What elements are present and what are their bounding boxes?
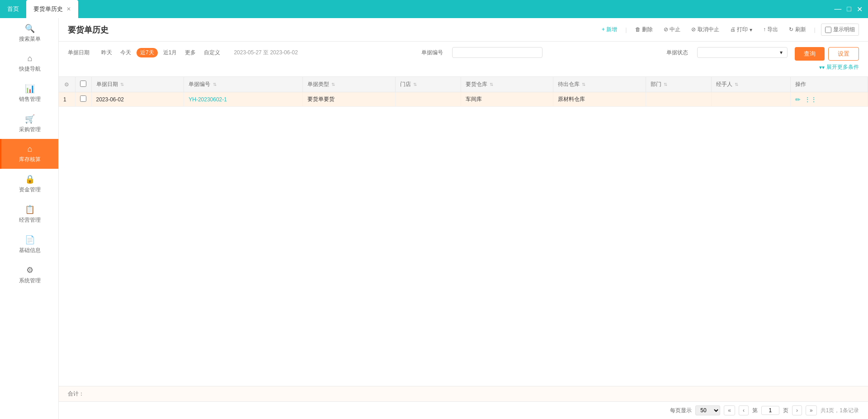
tab-home[interactable]: 首页 [0, 0, 26, 18]
sidebar-item-system-label: 系统管理 [19, 277, 41, 285]
search-icon: 🔍 [25, 24, 35, 33]
sidebar-item-purchase-label: 采购管理 [19, 126, 41, 133]
print-dropdown-icon[interactable]: ▾ [750, 27, 752, 33]
page-title: 要货单历史 [68, 24, 599, 35]
minimize-icon[interactable]: — [834, 5, 841, 13]
sidebar-item-operations[interactable]: 📋 经营管理 [0, 199, 58, 229]
sidebar-item-basic-info[interactable]: 📄 基础信息 [0, 229, 58, 260]
sort-order-type-icon[interactable]: ⇅ [331, 82, 335, 87]
col-handler: 经手人 ⇅ [711, 77, 790, 92]
first-page-button[interactable]: « [724, 405, 735, 415]
data-table: ⚙ 单据日期 ⇅ 单据编号 ⇅ [59, 77, 868, 107]
add-button[interactable]: + 新增 [599, 24, 620, 35]
content-area: 要货单历史 + 新增 | 🗑 删除 ⊘ 中止 ⊘ 取消中止 🖨 打印 ▾ ↑ 导… [59, 18, 868, 419]
last-page-button[interactable]: » [806, 405, 817, 415]
sidebar: 🔍 搜索菜单 ⌂ 快捷导航 📊 销售管理 🛒 采购管理 ⌂ 库存核算 🔒 资金管… [0, 18, 59, 419]
sort-handler-icon[interactable]: ⇅ [735, 82, 738, 87]
page-unit-label: 页 [783, 407, 788, 414]
expand-button[interactable]: ▾▾ 展开更多条件 [819, 63, 859, 71]
system-icon: ⚙ [26, 265, 33, 275]
basic-info-icon: 📄 [25, 235, 35, 245]
close-window-icon[interactable]: ✕ [857, 5, 863, 14]
filter-row-date: 单据日期 昨天 今天 近7天 近1月 更多 自定义 2023-05-27 至 2… [68, 47, 788, 58]
sidebar-item-search[interactable]: 🔍 搜索菜单 [0, 18, 58, 48]
shortcut-custom[interactable]: 自定义 [201, 48, 223, 57]
sort-date-icon[interactable]: ⇅ [120, 82, 124, 87]
sidebar-item-nav[interactable]: ⌂ 快捷导航 [0, 48, 58, 78]
filter-section: 单据日期 昨天 今天 近7天 近1月 更多 自定义 2023-05-27 至 2… [68, 47, 859, 62]
shortcut-1month[interactable]: 近1月 [160, 48, 180, 57]
maximize-icon[interactable]: □ [847, 5, 851, 13]
row-date: 2023-06-02 [91, 92, 184, 107]
col-date: 单据日期 ⇅ [91, 77, 184, 92]
delete-button[interactable]: 🗑 删除 [632, 24, 656, 35]
sidebar-item-sales[interactable]: 📊 销售管理 [0, 78, 58, 109]
status-select[interactable]: ▾ [697, 47, 788, 58]
current-page-label: 第 [752, 407, 758, 414]
window-controls: — □ ✕ [834, 5, 868, 14]
row-order-no: YH-20230602-1 [184, 92, 303, 107]
sidebar-item-system[interactable]: ⚙ 系统管理 [0, 260, 58, 290]
cancel-stop-button[interactable]: ⊘ 取消中止 [689, 24, 722, 35]
order-no-link[interactable]: YH-20230602-1 [189, 96, 227, 103]
print-button[interactable]: 🖨 打印 ▾ [727, 24, 755, 35]
status-select-arrow: ▾ [780, 49, 783, 56]
sidebar-item-nav-label: 快捷导航 [19, 65, 41, 73]
row-checkbox[interactable] [80, 95, 86, 102]
tab-order-history[interactable]: 要货单历史 ✕ [26, 0, 78, 18]
sort-department-icon[interactable]: ⇅ [664, 82, 667, 87]
sidebar-item-sales-label: 销售管理 [19, 95, 41, 103]
display-detail-checkbox[interactable] [825, 27, 831, 33]
prev-page-button[interactable]: ‹ [739, 405, 749, 415]
row-actions: ✏ ⋮⋮ [790, 92, 868, 107]
sort-store-icon[interactable]: ⇅ [413, 82, 417, 87]
setting-button[interactable]: 设置 [828, 47, 859, 61]
refresh-button[interactable]: ↻ 刷新 [786, 24, 808, 35]
tab-close-icon[interactable]: ✕ [66, 6, 71, 12]
sidebar-item-operations-label: 经营管理 [19, 216, 41, 224]
display-detail-button[interactable]: 显示明细 [821, 24, 859, 36]
row-out-warehouse: 原材料仓库 [553, 92, 646, 107]
table-footer: 合计： [59, 386, 868, 401]
col-checkbox [75, 77, 91, 92]
col-department: 部门 ⇅ [646, 77, 711, 92]
shortcut-today[interactable]: 今天 [118, 48, 134, 57]
table-header-row: ⚙ 单据日期 ⇅ 单据编号 ⇅ [59, 77, 868, 92]
more-icon[interactable]: ⋮⋮ [804, 96, 817, 103]
sort-req-warehouse-icon[interactable]: ⇅ [490, 82, 493, 87]
next-page-button[interactable]: › [792, 405, 802, 415]
pagination: 每页显示 20 50 100 200 « ‹ 第 页 › » 共1页，1条记录 [59, 401, 868, 419]
sidebar-item-purchase[interactable]: 🛒 采购管理 [0, 109, 58, 139]
edit-icon[interactable]: ✏ [795, 96, 801, 103]
display-detail-label: 显示明细 [833, 26, 855, 33]
col-order-no: 单据编号 ⇅ [184, 77, 303, 92]
sort-order-no-icon[interactable]: ⇅ [213, 82, 217, 87]
table-area: ⚙ 单据日期 ⇅ 单据编号 ⇅ [59, 77, 868, 386]
shortcut-7days[interactable]: 近7天 [137, 48, 158, 57]
col-store: 门店 ⇅ [395, 77, 461, 92]
row-department [646, 92, 711, 107]
table-row: 1 2023-06-02 YH-20230602-1 要货单要货 车间库 原材料… [59, 92, 868, 107]
sidebar-item-finance[interactable]: 🔒 资金管理 [0, 169, 58, 199]
tab-home-label: 首页 [7, 5, 19, 13]
col-settings: ⚙ [59, 77, 75, 92]
stop-button[interactable]: ⊘ 中止 [661, 24, 683, 35]
row-checkbox-cell [75, 92, 91, 107]
tab-order-history-label: 要货单历史 [33, 5, 63, 13]
export-button[interactable]: ↑ 导出 [760, 24, 781, 35]
shortcut-more[interactable]: 更多 [182, 48, 198, 57]
shortcut-yesterday[interactable]: 昨天 [99, 48, 115, 57]
date-filter-label: 单据日期 [68, 49, 90, 57]
query-button[interactable]: 查询 [795, 47, 825, 61]
select-all-checkbox[interactable] [80, 81, 86, 87]
column-settings-icon[interactable]: ⚙ [64, 81, 69, 88]
filter-area: 单据日期 昨天 今天 近7天 近1月 更多 自定义 2023-05-27 至 2… [59, 42, 868, 77]
col-req-warehouse: 要货仓库 ⇅ [461, 77, 553, 92]
page-number-input[interactable] [761, 406, 779, 415]
order-no-input[interactable] [452, 47, 542, 58]
sidebar-item-inventory[interactable]: ⌂ 库存核算 [0, 139, 58, 169]
sort-out-warehouse-icon[interactable]: ⇅ [582, 82, 585, 87]
per-page-select[interactable]: 20 50 100 200 [695, 405, 720, 415]
home-icon: ⌂ [28, 54, 33, 63]
date-shortcuts: 昨天 今天 近7天 近1月 更多 自定义 [99, 48, 223, 57]
